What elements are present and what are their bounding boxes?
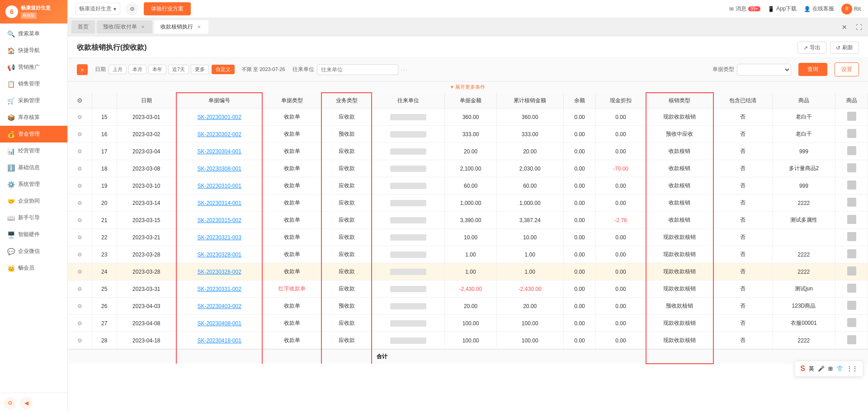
cell-gear[interactable]: ⚙ [68,298,92,315]
expand-more-conditions[interactable]: ▾ 展开更多条件 [68,81,868,92]
th-include-settled[interactable]: 包含已结清 [713,93,772,109]
cell-gear[interactable]: ⚙ [68,263,92,280]
shirt-icon[interactable]: 👕 [836,366,843,372]
cell-gear[interactable]: ⚙ [68,315,92,332]
bill-no-link[interactable]: SK-20230301-002 [197,114,241,120]
date-btn-本月[interactable]: 本月 [128,65,146,74]
export-btn[interactable]: ↗ 导出 [797,42,826,54]
cell-product2 [835,126,868,143]
filter-toggle-btn[interactable]: » [77,64,88,75]
collapse-icon[interactable]: ◀ [20,397,33,409]
online-service-btn[interactable]: 👤 在线客服 [804,5,834,13]
workspace-selector[interactable]: 畅康道好生意 ▾ [75,3,120,15]
sidebar-item-quick[interactable]: 🏠快捷导航 [0,42,67,59]
date-btn-本年[interactable]: 本年 [148,65,166,74]
th-gear[interactable]: ⚙ [68,93,92,109]
th-biz-type[interactable]: 业务类型 [321,93,372,109]
th-amount[interactable]: 单据金额 [445,93,496,109]
cell-gear[interactable]: ⚙ [68,280,92,298]
th-product[interactable]: 商品 [772,93,835,109]
bill-no-link[interactable]: SK-20230331-002 [197,286,241,292]
sidebar-item-guide[interactable]: 📖新手引导 [0,209,67,226]
sidebar-item-wechat[interactable]: 💬企业微信 [0,243,67,260]
bill-type-select[interactable] [737,64,791,76]
english-label[interactable]: 英 [809,365,814,373]
bill-no-link[interactable]: SK-20230328-001 [197,252,241,258]
sidebar-label-sales: 销售管理 [18,80,40,88]
user-name[interactable]: R Rit [841,4,861,14]
tab-close-write-off[interactable]: ✕ [196,24,202,30]
th-write-off-type[interactable]: 核销类型 [646,93,714,109]
bill-no-link[interactable]: SK-20230314-001 [197,200,241,206]
date-btn-近7天[interactable]: 近7天 [168,65,189,74]
th-balance[interactable]: 余额 [563,93,596,109]
date-btn-上月[interactable]: 上月 [108,65,127,74]
cell-gear[interactable]: ⚙ [68,160,92,177]
sidebar-icon-wechat: 💬 [7,248,14,255]
grid-icon[interactable]: ⊞ [828,366,833,372]
cell-balance: 0.00 [563,263,596,280]
cell-gear[interactable]: ⚙ [68,212,92,229]
solution-btn[interactable]: 体验行业方案 [144,2,191,15]
sidebar-item-marketing[interactable]: 📢营销推广 [0,59,67,76]
mic-icon[interactable]: 🎤 [818,366,825,372]
cell-gear[interactable]: ⚙ [68,229,92,246]
apps-icon[interactable]: ⋮⋮ [847,366,858,372]
cell-bill-type: 收款单 [262,109,321,126]
th-cash-discount[interactable]: 现金折扣 [596,93,646,109]
message-btn[interactable]: ✉ 消息 99+ [729,5,760,13]
sidebar-item-member[interactable]: 👑畅会员 [0,260,67,276]
bill-no-link[interactable]: SK-20230418-001 [197,337,241,344]
sidebar-item-basic[interactable]: ℹ️基础信息 [0,159,67,176]
filter-settings-btn[interactable]: 设置 [835,62,859,76]
bill-no-link[interactable]: SK-20230304-001 [197,148,241,155]
cell-balance: 0.00 [563,126,596,143]
sidebar-item-operation[interactable]: 📊经营管理 [0,142,67,159]
bill-no-link[interactable]: SK-20230408-001 [197,320,241,327]
sidebar-item-hardware[interactable]: 🖥️智能硬件 [0,226,67,243]
app-download-btn[interactable]: 📱 App下载 [768,5,797,13]
cell-gear[interactable]: ⚙ [68,143,92,160]
sidebar-item-enterprise[interactable]: 🤝企业协同 [0,193,67,209]
th-date[interactable]: 日期 [117,93,176,109]
cell-gear[interactable]: ⚙ [68,109,92,126]
topbar-gear-btn[interactable]: ⚙ [126,3,138,15]
bill-no-link[interactable]: SK-20230321-003 [197,234,241,241]
tab-pre-receive[interactable]: 预收/应收付单✕ [97,20,152,33]
bill-no-link[interactable]: SK-20230308-001 [197,166,241,172]
cell-include-settled: 否 [713,177,772,195]
sidebar-item-search[interactable]: 🔍搜索菜单 [0,25,67,42]
bill-no-link[interactable]: SK-20230302-002 [197,131,241,138]
th-bill-no[interactable]: 单据编号 [176,93,262,109]
tab-home[interactable]: 首页 [71,20,95,33]
th-partner[interactable]: 往来单位 [372,93,445,109]
query-btn[interactable]: 查询 [798,63,827,76]
th-bill-type[interactable]: 单据类型 [262,93,321,109]
cell-include-settled: 否 [713,143,772,160]
cell-gear[interactable]: ⚙ [68,246,92,263]
bill-no-link[interactable]: SK-20230403-002 [197,303,241,309]
refresh-btn[interactable]: ↺ 刷新 [830,42,859,54]
date-btn-更多[interactable]: 更多 [191,65,209,74]
cell-gear[interactable]: ⚙ [68,177,92,195]
sidebar-item-sales[interactable]: 📋销售管理 [0,76,67,92]
settings-icon[interactable]: ⚙ [4,397,16,409]
bill-no-link[interactable]: SK-20230328-002 [197,269,241,275]
bill-no-link[interactable]: SK-20230310-001 [197,183,241,189]
custom-date-btn[interactable]: 自定义 [212,65,235,74]
partner-input[interactable] [317,64,398,75]
tab-write-off[interactable]: 收款核销执行✕ [154,20,208,33]
close-all-tabs-btn[interactable]: ✕ [839,22,850,33]
tab-close-pre-receive[interactable]: ✕ [140,24,146,30]
cell-gear[interactable]: ⚙ [68,332,92,350]
sidebar-item-finance[interactable]: 💰资金管理 [0,126,67,142]
bill-no-link[interactable]: SK-20230315-002 [197,217,241,223]
sidebar-item-purchase[interactable]: 🛒采购管理 [0,92,67,109]
th-write-off-amount[interactable]: 累计核销金额 [496,93,563,109]
sidebar-item-system[interactable]: ⚙️系统管理 [0,176,67,193]
fullscreen-btn[interactable]: ⛶ [854,22,864,33]
cell-gear[interactable]: ⚙ [68,126,92,143]
sidebar-item-inventory[interactable]: 📦库存核算 [0,109,67,126]
th-product2[interactable]: 商品 [835,93,868,109]
cell-gear[interactable]: ⚙ [68,195,92,212]
